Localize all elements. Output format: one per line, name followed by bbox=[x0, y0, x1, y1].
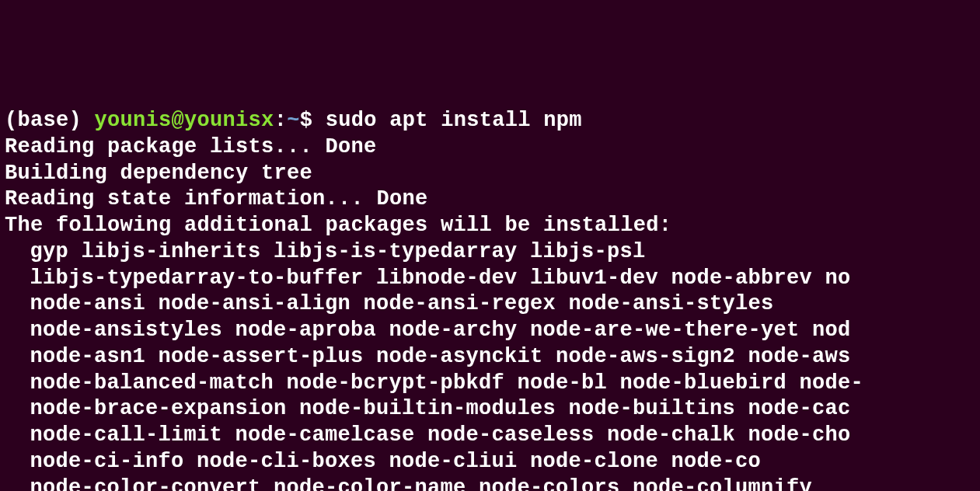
package-line: node-brace-expansion node-builtin-module… bbox=[5, 396, 975, 423]
prompt-at: @ bbox=[172, 109, 185, 132]
conda-env: (base) bbox=[5, 109, 82, 132]
prompt-dollar: $ bbox=[300, 109, 313, 132]
package-line: node-call-limit node-camelcase node-case… bbox=[5, 423, 975, 449]
prompt-path: ~ bbox=[287, 109, 300, 132]
package-line: node-balanced-match node-bcrypt-pbkdf no… bbox=[5, 371, 975, 397]
output-line: Building dependency tree bbox=[5, 161, 975, 187]
package-line: node-ci-info node-cli-boxes node-cliui n… bbox=[5, 449, 975, 475]
package-line: node-color-convert node-color-name node-… bbox=[5, 475, 975, 492]
prompt-host: younisx bbox=[184, 109, 274, 132]
output-line: The following additional packages will b… bbox=[5, 213, 975, 239]
prompt-user: younis bbox=[95, 109, 172, 132]
package-line: node-ansi node-ansi-align node-ansi-rege… bbox=[5, 291, 975, 318]
terminal-output[interactable]: (base) younis@younisx:~$ sudo apt instal… bbox=[5, 108, 975, 491]
package-line: node-asn1 node-assert-plus node-asynckit… bbox=[5, 344, 975, 371]
output-line: Reading package lists... Done bbox=[5, 134, 975, 161]
package-line: gyp libjs-inherits libjs-is-typedarray l… bbox=[5, 239, 975, 266]
package-line: libjs-typedarray-to-buffer libnode-dev l… bbox=[5, 266, 975, 292]
prompt-colon: : bbox=[274, 109, 288, 132]
package-line: node-ansistyles node-aproba node-archy n… bbox=[5, 318, 975, 344]
output-line: Reading state information... Done bbox=[5, 186, 975, 213]
command-text: sudo apt install npm bbox=[326, 109, 582, 132]
